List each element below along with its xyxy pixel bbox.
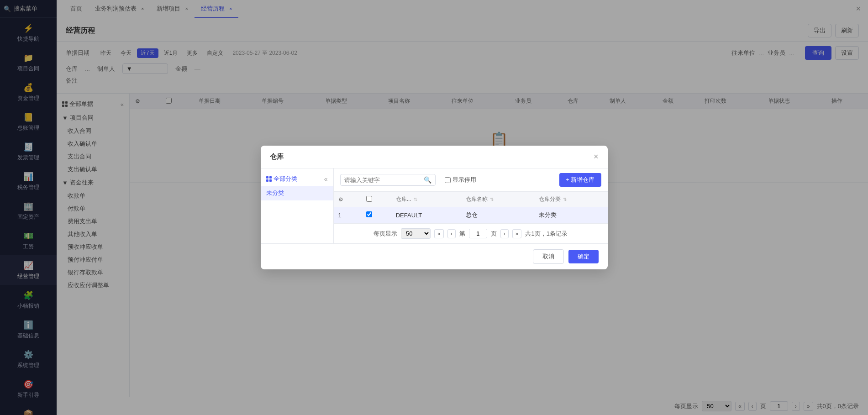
modal-prev-page[interactable]: ‹ xyxy=(447,229,456,238)
modal-title: 仓库 xyxy=(270,152,284,161)
sort-icon: ⇅ xyxy=(563,197,567,202)
modal-page-input[interactable] xyxy=(469,229,487,238)
th-gear: ⚙ xyxy=(334,192,362,207)
th-warehouse-category: 仓库分类 ⇅ xyxy=(534,192,607,207)
modal-header: 仓库 × xyxy=(261,146,608,168)
sort-icon: ⇅ xyxy=(490,197,494,202)
row-category: 未分类 xyxy=(534,207,607,223)
th-warehouse-id: 仓库... ⇅ xyxy=(391,192,461,207)
modal-first-page[interactable]: « xyxy=(434,229,444,238)
show-disabled-checkbox-label[interactable]: 显示停用 xyxy=(445,176,476,184)
sort-icon: ⇅ xyxy=(414,197,417,202)
modal-toolbar: 🔍 显示停用 + 新增仓库 xyxy=(334,168,608,192)
modal-total-label: 共1页，1条记录 xyxy=(525,230,567,238)
modal-tree: 全部分类 « 未分类 xyxy=(261,168,334,243)
warehouse-table-row[interactable]: 1 DEFAULT 总仓 未分类 xyxy=(334,207,608,223)
modal-footer: 取消 确定 xyxy=(261,243,608,269)
modal-table: ⚙ 仓库... ⇅ 仓库名称 ⇅ xyxy=(334,192,608,223)
tree-collapse-button[interactable]: « xyxy=(324,175,328,183)
add-warehouse-button[interactable]: + 新增仓库 xyxy=(559,173,601,187)
show-disabled-checkbox[interactable] xyxy=(445,177,451,183)
modal-search-box: 🔍 xyxy=(340,174,436,186)
modal-search-input[interactable] xyxy=(344,177,421,184)
show-disabled-label: 显示停用 xyxy=(452,176,476,184)
modal-body: 全部分类 « 未分类 🔍 xyxy=(261,168,608,243)
th-warehouse-name: 仓库名称 ⇅ xyxy=(461,192,534,207)
modal-right-content: 🔍 显示停用 + 新增仓库 ⚙ xyxy=(334,168,608,243)
modal-pagination: 每页显示 50 « ‹ 第 页 › » 共1页，1条记录 xyxy=(334,223,608,243)
modal-per-page-label: 每页显示 xyxy=(374,230,397,238)
row-select-checkbox[interactable] xyxy=(366,211,372,217)
confirm-button[interactable]: 确定 xyxy=(568,250,599,263)
warehouse-table: ⚙ 仓库... ⇅ 仓库名称 ⇅ xyxy=(334,192,608,223)
row-checkbox[interactable] xyxy=(362,207,391,223)
row-code: DEFAULT xyxy=(391,207,461,223)
warehouse-modal: 仓库 × 全部分类 « xyxy=(261,146,608,269)
tree-item-uncategorized[interactable]: 未分类 xyxy=(261,186,333,200)
warehouse-table-header: ⚙ 仓库... ⇅ 仓库名称 ⇅ xyxy=(334,192,608,207)
row-name: 总仓 xyxy=(461,207,534,223)
modal-per-page-select[interactable]: 50 xyxy=(401,228,431,239)
modal-page-prefix: 第 xyxy=(459,230,465,238)
row-index: 1 xyxy=(334,207,362,223)
modal-search-icon: 🔍 xyxy=(424,176,431,184)
modal-last-page[interactable]: » xyxy=(512,229,522,238)
modal-overlay: 仓库 × 全部分类 « xyxy=(0,0,868,415)
modal-close-button[interactable]: × xyxy=(594,152,599,162)
tree-grid-icon xyxy=(266,176,272,182)
modal-tree-header: 全部分类 « xyxy=(261,172,333,186)
tree-header-label: 全部分类 xyxy=(274,175,297,183)
modal-page-suffix: 页 xyxy=(491,230,497,238)
warehouse-select-all[interactable] xyxy=(366,196,372,202)
th-select-all[interactable] xyxy=(362,192,391,207)
modal-next-page[interactable]: › xyxy=(500,229,509,238)
cancel-button[interactable]: 取消 xyxy=(533,249,564,264)
